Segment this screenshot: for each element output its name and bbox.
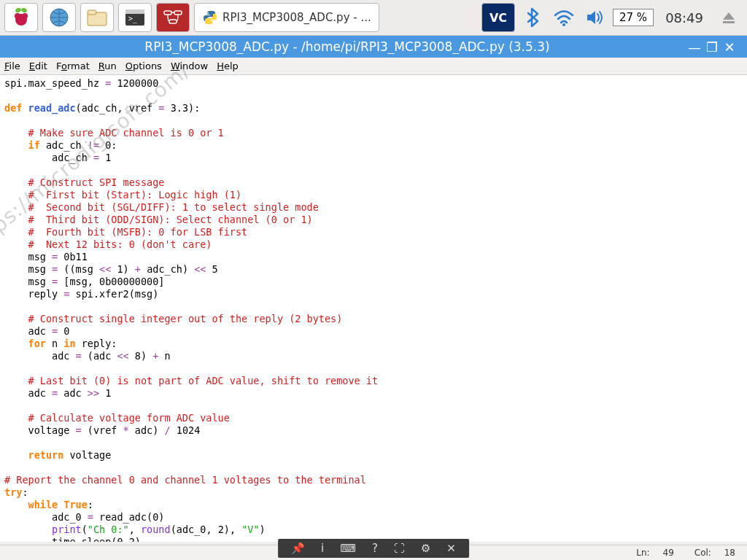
svg-rect-9 xyxy=(125,9,144,14)
bluetooth-icon[interactable] xyxy=(519,7,546,28)
settings-icon[interactable]: ⚙ xyxy=(421,542,430,555)
fullscreen-icon[interactable]: ⛶ xyxy=(394,542,405,555)
menubar: File Edit Format Run Options Window Help xyxy=(0,58,747,75)
file-manager-icon[interactable] xyxy=(80,3,114,32)
menu-raspberry-icon[interactable] xyxy=(4,3,38,32)
svg-point-16 xyxy=(562,23,565,26)
pin-icon[interactable]: 📌 xyxy=(291,542,305,555)
maximize-button[interactable]: ❐ xyxy=(703,39,721,55)
svg-rect-13 xyxy=(169,20,177,23)
window-titlebar[interactable]: RPI3_MCP3008_ADC.py - /home/pi/RPI3_MCP3… xyxy=(0,36,747,58)
menu-window[interactable]: Window xyxy=(171,61,208,71)
svg-point-1 xyxy=(15,13,20,19)
node-red-icon[interactable] xyxy=(156,3,190,32)
close-session-icon[interactable]: ✕ xyxy=(446,542,456,555)
menu-options[interactable]: Options xyxy=(125,61,162,71)
taskbar-task-label: RPI3_MCP3008_ADC.py - ... xyxy=(222,11,371,24)
svg-point-14 xyxy=(207,12,209,14)
menu-run[interactable]: Run xyxy=(98,61,117,71)
menu-edit[interactable]: Edit xyxy=(29,61,47,71)
battery-indicator[interactable]: 27 % xyxy=(613,9,654,26)
svg-rect-12 xyxy=(174,11,182,15)
wifi-icon[interactable] xyxy=(550,9,578,26)
svg-rect-7 xyxy=(88,10,96,15)
svg-rect-17 xyxy=(723,21,735,23)
svg-rect-11 xyxy=(164,11,171,15)
volume-icon[interactable] xyxy=(582,9,608,26)
keyboard-icon[interactable]: ⌨ xyxy=(340,542,356,555)
menu-format[interactable]: Format xyxy=(56,61,90,71)
help-icon[interactable]: ? xyxy=(372,542,378,555)
status-col: Col: 18 xyxy=(684,548,735,558)
terminal-icon[interactable]: >_ xyxy=(118,3,152,32)
vnc-icon[interactable]: VC xyxy=(481,3,515,32)
minimize-button[interactable]: — xyxy=(686,39,703,55)
window-title: RPI3_MCP3008_ADC.py - /home/pi/RPI3_MCP3… xyxy=(9,39,686,54)
web-browser-icon[interactable] xyxy=(42,3,76,32)
taskbar: >_ RPI3_MCP3008_ADC.py - ... VC 27 % 08:… xyxy=(0,0,747,36)
svg-point-3 xyxy=(15,7,22,14)
svg-text:>_: >_ xyxy=(128,15,138,23)
svg-point-15 xyxy=(212,21,213,23)
menu-file[interactable]: File xyxy=(4,61,20,71)
status-line: Ln: 49 xyxy=(626,548,673,558)
clock[interactable]: 08:49 xyxy=(658,10,711,26)
svg-point-4 xyxy=(20,7,28,14)
taskbar-active-window[interactable]: RPI3_MCP3008_ADC.py - ... xyxy=(194,3,379,32)
svg-point-2 xyxy=(22,13,28,19)
vnc-toolbar[interactable]: 📌 i ⌨ ? ⛶ ⚙ ✕ xyxy=(278,539,469,558)
close-button[interactable]: ✕ xyxy=(721,39,738,55)
code-editor[interactable]: spi.max_speed_hz = 1200000 def read_adc(… xyxy=(0,75,747,542)
menu-help[interactable]: Help xyxy=(217,61,239,71)
python-icon xyxy=(202,9,218,26)
eject-icon[interactable] xyxy=(715,9,743,26)
info-icon[interactable]: i xyxy=(321,542,324,555)
